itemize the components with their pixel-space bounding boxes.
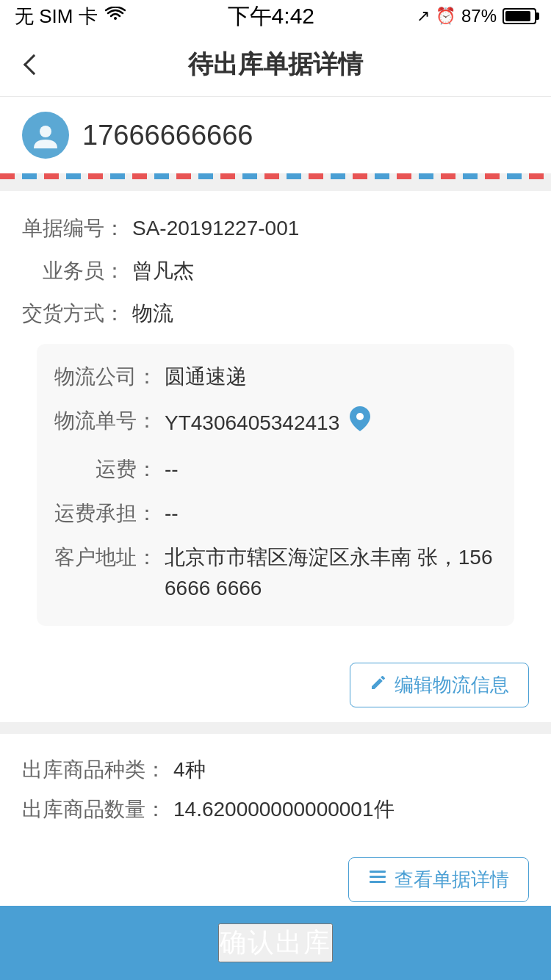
edit-icon	[370, 674, 387, 696]
sales-person-value: 曾凡杰	[132, 256, 529, 287]
document-no-label: 单据编号：	[22, 213, 125, 244]
edit-logistics-button[interactable]: 编辑物流信息	[350, 663, 529, 707]
view-details-label: 查看单据详情	[395, 867, 509, 893]
address-value: 北京市市辖区海淀区永丰南 张，156 6666 6666	[165, 542, 497, 604]
tracking-value: YT4306405342413	[165, 406, 497, 441]
wifi-icon	[105, 5, 126, 28]
goods-quantity-row: 出库商品数量： 14.620000000000001件	[22, 796, 529, 824]
confirm-outbound-button[interactable]: 确认出库	[218, 923, 333, 962]
svg-rect-4	[370, 881, 386, 883]
tracking-location-icon[interactable]	[350, 406, 370, 441]
back-button[interactable]	[18, 48, 50, 81]
document-info-section: 单据编号： SA-20191227-001 业务员： 曾凡杰 交货方式： 物流 …	[0, 191, 551, 648]
battery-percent: 87%	[461, 6, 497, 26]
delivery-method-label: 交货方式：	[22, 298, 125, 329]
logistics-card: 物流公司： 圆通速递 物流单号： YT4306405342413 运费：	[37, 344, 514, 626]
delivery-method-value: 物流	[132, 298, 529, 329]
battery-icon	[503, 8, 536, 24]
customer-phone: 17666666666	[82, 120, 253, 151]
alarm-icon: ⏰	[436, 7, 455, 26]
dashed-divider	[0, 173, 551, 179]
goods-type-value: 4种	[173, 756, 206, 784]
status-bar: 无 SIM 卡 下午4:42 ↗ ⏰ 87%	[0, 0, 551, 32]
tracking-row: 物流单号： YT4306405342413	[54, 406, 497, 441]
status-left: 无 SIM 卡	[15, 4, 126, 29]
svg-point-0	[40, 126, 51, 137]
svg-rect-2	[370, 871, 386, 873]
freight-bearer-label: 运费承担：	[54, 498, 157, 529]
goods-type-label: 出库商品种类：	[22, 756, 166, 784]
status-right: ↗ ⏰ 87%	[417, 6, 536, 26]
location-status-icon: ↗	[417, 7, 430, 26]
tracking-number: YT4306405342413	[165, 408, 339, 439]
confirm-btn-container: 确认出库	[0, 906, 551, 980]
address-label: 客户地址：	[54, 542, 157, 573]
customer-header: 17666666666	[0, 97, 551, 173]
carrier-text: 无 SIM 卡	[15, 4, 98, 29]
logistics-company-label: 物流公司：	[54, 361, 157, 392]
back-arrow-icon	[24, 54, 44, 74]
goods-type-row: 出库商品种类： 4种	[22, 756, 529, 784]
avatar	[22, 112, 69, 159]
logistics-company-row: 物流公司： 圆通速递	[54, 361, 497, 392]
page-title: 待出库单据详情	[188, 48, 363, 82]
edit-logistics-label: 编辑物流信息	[395, 672, 509, 698]
edit-btn-row: 编辑物流信息	[0, 648, 551, 722]
view-details-icon	[368, 868, 387, 891]
document-no-row: 单据编号： SA-20191227-001	[22, 213, 529, 244]
sales-person-label: 业务员：	[22, 256, 125, 287]
document-no-value: SA-20191227-001	[132, 213, 529, 244]
goods-section: 出库商品种类： 4种 出库商品数量： 14.620000000000001件	[0, 734, 551, 850]
logistics-company-value: 圆通速递	[165, 361, 497, 392]
status-time: 下午4:42	[228, 1, 314, 32]
goods-quantity-label: 出库商品数量：	[22, 796, 166, 824]
freight-row: 运费： --	[54, 454, 497, 485]
sales-person-row: 业务员： 曾凡杰	[22, 256, 529, 287]
goods-quantity-value: 14.620000000000001件	[173, 796, 395, 824]
freight-label: 运费：	[54, 454, 157, 485]
tracking-label: 物流单号：	[54, 406, 157, 436]
svg-rect-3	[370, 876, 386, 878]
svg-point-1	[356, 413, 364, 420]
nav-bar: 待出库单据详情	[0, 32, 551, 97]
section-divider	[0, 722, 551, 734]
freight-bearer-row: 运费承担： --	[54, 498, 497, 529]
freight-bearer-value: --	[165, 498, 497, 529]
delivery-method-row: 交货方式： 物流	[22, 298, 529, 329]
view-details-button[interactable]: 查看单据详情	[348, 857, 529, 902]
freight-value: --	[165, 454, 497, 485]
address-row: 客户地址： 北京市市辖区海淀区永丰南 张，156 6666 6666	[54, 542, 497, 604]
